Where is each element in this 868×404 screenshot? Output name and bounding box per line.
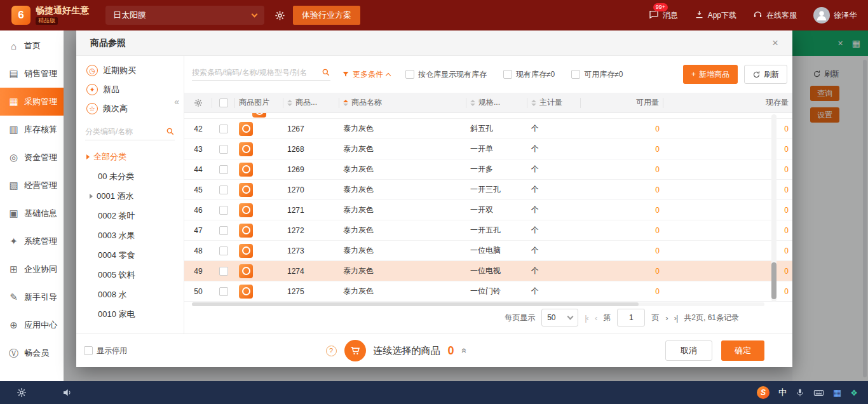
tree-node[interactable]: 0002 茶叶: [76, 206, 184, 226]
sidebar-item-home[interactable]: ⌂首页: [0, 32, 64, 60]
per-page-select[interactable]: 50: [541, 309, 578, 327]
row-checkbox[interactable]: [219, 287, 228, 296]
table-row[interactable]: 461271泰力灰色一开双个00: [184, 200, 792, 220]
sidebar-item-system[interactable]: ✦系统管理: [0, 227, 64, 255]
table-row[interactable]: 441269泰力灰色一开多个00: [184, 159, 792, 180]
fold-up-icon[interactable]: «: [459, 348, 470, 353]
select-all-checkbox[interactable]: [219, 98, 228, 107]
table-row[interactable]: 421267泰力灰色斜五孔个00: [184, 119, 792, 139]
sidebar-item-funds[interactable]: ◎资金管理: [0, 144, 64, 172]
header-stock[interactable]: 现存量: [663, 98, 792, 108]
sort-icons[interactable]: [531, 100, 536, 106]
next-page-button[interactable]: ›: [665, 313, 667, 323]
header-code[interactable]: 商品...: [283, 98, 339, 108]
microphone-icon[interactable]: [796, 388, 804, 397]
checkbox[interactable]: [571, 70, 580, 79]
more-filters[interactable]: 更多条件: [342, 69, 390, 80]
search-icon[interactable]: [322, 68, 330, 77]
table-row[interactable]: 501275泰力灰色一位门铃个00: [184, 281, 792, 302]
table-row[interactable]: 471272泰力灰色一开五孔个00: [184, 220, 792, 241]
sidebar-item-guide[interactable]: ✎新手引导: [0, 283, 64, 311]
page-number-input[interactable]: [617, 309, 645, 327]
header-spec[interactable]: 规格...: [466, 98, 527, 108]
last-page-button[interactable]: ›|: [674, 313, 678, 323]
cart-icon[interactable]: [344, 340, 366, 361]
help-icon[interactable]: ?: [326, 346, 337, 356]
messages-item[interactable]: 99+ 消息: [649, 10, 678, 22]
tree-node[interactable]: 00 未分类: [76, 166, 184, 186]
filter-checkbox[interactable]: 按仓库显示现有库存: [405, 69, 487, 80]
sort-icons[interactable]: [287, 100, 292, 106]
tree-node[interactable]: 0008 水: [76, 285, 184, 304]
sidebar-item-purchase[interactable]: ▦采购管理: [0, 88, 64, 116]
header-available[interactable]: 可用量: [581, 98, 663, 108]
online-service-item[interactable]: 在线客服: [753, 10, 797, 21]
keyboard-icon[interactable]: [813, 387, 824, 398]
trial-plan-button[interactable]: 体验行业方案: [293, 6, 360, 25]
filter-checkbox[interactable]: 可用库存≠0: [571, 69, 623, 80]
row-checkbox[interactable]: [219, 125, 228, 133]
tree-node[interactable]: 全部分类: [76, 147, 184, 166]
column-settings-cell[interactable]: [184, 98, 212, 108]
sidebar-item-collaboration[interactable]: ⊞企业协同: [0, 255, 64, 283]
sidebar-item-member[interactable]: Ⓥ畅会员: [0, 339, 64, 367]
header-unit[interactable]: 主计量: [527, 98, 581, 108]
image-grid-icon[interactable]: ▦: [833, 387, 841, 398]
scrollbar-thumb[interactable]: [771, 262, 776, 299]
filter-checkbox[interactable]: 现有库存≠0: [503, 69, 555, 80]
toolbox-icon[interactable]: ❖: [850, 388, 858, 398]
row-checkbox[interactable]: [219, 206, 228, 215]
sort-icons[interactable]: [343, 100, 348, 106]
show-disabled-checkbox[interactable]: 显示停用: [84, 346, 127, 356]
prev-page-button[interactable]: ‹: [595, 313, 597, 323]
table-row[interactable]: 431268泰力灰色一开单个00: [184, 139, 792, 159]
speaker-icon[interactable]: [62, 387, 72, 398]
checkbox[interactable]: [84, 346, 93, 355]
table-row[interactable]: 481273泰力灰色一位电脑个00: [184, 241, 792, 261]
workspace-select[interactable]: 日太阳膜: [105, 6, 264, 25]
tree-node[interactable]: 0005 饮料: [76, 265, 184, 285]
user-item[interactable]: 徐泽华: [813, 7, 857, 24]
row-checkbox[interactable]: [219, 226, 228, 235]
checkbox[interactable]: [503, 70, 512, 79]
row-checkbox[interactable]: [219, 185, 228, 194]
confirm-button[interactable]: 确定: [721, 340, 764, 361]
tree-node[interactable]: 0010 家电: [76, 304, 184, 324]
refresh-button[interactable]: 刷新: [744, 65, 787, 84]
quick-filter-clock[interactable]: ◷近期购买: [76, 61, 184, 80]
first-page-button[interactable]: |‹: [585, 313, 588, 323]
row-checkbox[interactable]: [219, 165, 228, 174]
table-row[interactable]: 491274泰力灰色一位电视个00: [184, 261, 792, 281]
row-checkbox[interactable]: [219, 145, 228, 154]
row-checkbox[interactable]: [219, 246, 228, 255]
sidebar-item-inventory[interactable]: ▥库存核算: [0, 116, 64, 144]
table-vertical-scrollbar[interactable]: [771, 114, 776, 302]
quick-filter-new[interactable]: ✦新品: [76, 80, 184, 99]
add-product-button[interactable]: + 新增商品: [683, 65, 738, 84]
table-row[interactable]: 451270泰力灰色一开三孔个00: [184, 180, 792, 200]
table-horizontal-scrollbar[interactable]: [192, 302, 764, 306]
tree-node[interactable]: 0001 酒水: [76, 186, 184, 206]
category-search-input[interactable]: [85, 127, 162, 136]
search-icon[interactable]: [166, 127, 175, 136]
sidebar-item-app-center[interactable]: ⊕应用中心: [0, 311, 64, 339]
ime-language-toggle[interactable]: 中: [778, 387, 787, 398]
sidebar-item-sales[interactable]: ▤销售管理: [0, 60, 64, 88]
settings-gear-icon[interactable]: [275, 10, 285, 21]
quick-filter-star[interactable]: ☆频次高: [76, 99, 184, 118]
modal-close-icon[interactable]: ×: [772, 37, 778, 50]
header-name[interactable]: 商品名称: [339, 98, 466, 108]
row-checkbox[interactable]: [219, 267, 228, 276]
sidebar-item-business[interactable]: ▧经营管理: [0, 172, 64, 199]
sidebar-item-base-info[interactable]: ▣基础信息: [0, 199, 64, 227]
cancel-button[interactable]: 取消: [665, 340, 712, 361]
collapse-panel-icon[interactable]: «: [174, 97, 179, 107]
tree-node[interactable]: 0003 水果: [76, 226, 184, 245]
tree-node[interactable]: 0004 零食: [76, 245, 184, 265]
scrollbar-thumb[interactable]: [192, 302, 639, 306]
product-search-input[interactable]: [192, 68, 318, 77]
app-download-item[interactable]: App下载: [695, 10, 736, 21]
ime-logo[interactable]: S: [757, 386, 770, 399]
checkbox[interactable]: [405, 70, 414, 79]
taskbar-gear-icon[interactable]: [17, 387, 27, 398]
